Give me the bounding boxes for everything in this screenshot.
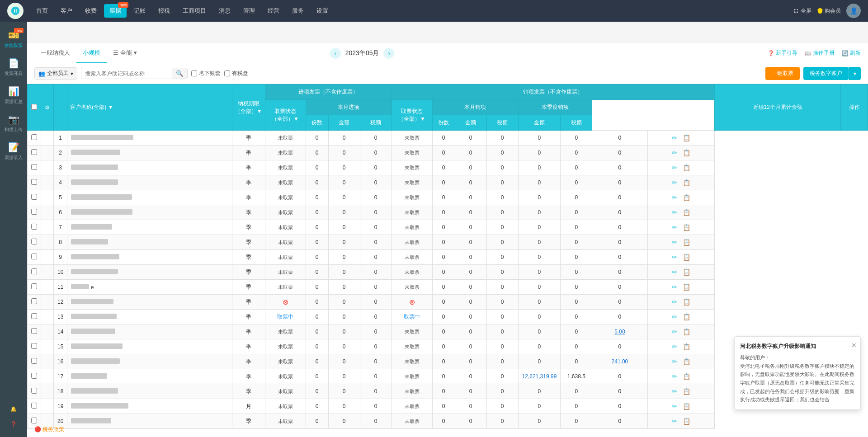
nav-messages[interactable]: 消息 — [213, 4, 236, 18]
notification-close-btn[interactable]: ✕ — [851, 340, 857, 350]
copy-btn[interactable]: 📋 — [681, 372, 692, 381]
tax-policy-link[interactable]: 🔴 税务政策 — [34, 426, 64, 433]
td-checkbox[interactable] — [28, 175, 41, 190]
row-checkbox[interactable] — [31, 418, 37, 423]
copy-btn[interactable]: 📋 — [681, 238, 692, 247]
refresh-btn[interactable]: 🔄 刷新 — [842, 49, 861, 57]
nav-invoices[interactable]: 票据 new — [104, 4, 127, 18]
td-checkbox[interactable] — [28, 131, 41, 146]
rolling12-value[interactable]: 241.00 — [612, 358, 628, 365]
copy-btn[interactable]: 📋 — [681, 253, 692, 262]
edit-btn[interactable]: ✏ — [670, 208, 679, 217]
edit-btn[interactable]: ✏ — [670, 148, 679, 157]
copy-btn[interactable]: 📋 — [681, 223, 692, 232]
search-button[interactable]: 🔍 — [172, 68, 187, 79]
next-month-btn[interactable]: › — [383, 48, 394, 59]
edit-btn[interactable]: ✏ — [670, 268, 679, 277]
row-checkbox[interactable] — [31, 134, 37, 140]
nav-operations[interactable]: 经营 — [262, 4, 285, 18]
settings-icon[interactable]: ⚙ — [45, 104, 50, 111]
edit-btn[interactable]: ✏ — [670, 312, 679, 321]
nav-service[interactable]: 服务 — [287, 4, 309, 18]
edit-btn[interactable]: ✏ — [670, 163, 679, 172]
user-avatar[interactable]: 👤 — [846, 4, 861, 18]
td-checkbox[interactable] — [28, 295, 41, 310]
edit-btn[interactable]: ✏ — [670, 133, 679, 142]
td-checkbox[interactable] — [28, 205, 41, 220]
row-checkbox[interactable] — [31, 179, 37, 185]
th-tax-period[interactable]: 纳税期限（全部）▼ — [232, 85, 265, 131]
td-checkbox[interactable] — [28, 235, 41, 250]
nav-accounting[interactable]: 记账 — [128, 4, 151, 18]
edit-btn[interactable]: ✏ — [670, 402, 679, 411]
sidebar-item-invoice-entry[interactable]: 📝 票据录入 — [0, 137, 27, 165]
nav-management[interactable]: 管理 — [238, 4, 260, 18]
sidebar-item-invoice-issue[interactable]: 📄 发票开具 — [0, 53, 27, 81]
copy-btn[interactable]: 📋 — [681, 178, 692, 187]
nav-home[interactable]: 首页 — [31, 4, 53, 18]
copy-btn[interactable]: 📋 — [681, 387, 692, 396]
copy-btn[interactable]: 📋 — [681, 163, 692, 172]
td-checkbox[interactable] — [28, 310, 41, 324]
copy-btn[interactable]: 📋 — [681, 208, 692, 217]
row-checkbox[interactable] — [31, 358, 37, 364]
edit-btn[interactable]: ✏ — [670, 372, 679, 381]
edit-btn[interactable]: ✏ — [670, 253, 679, 262]
tax-digital-account-dropdown-btn[interactable]: ▾ — [849, 67, 861, 80]
row-checkbox[interactable] — [31, 268, 37, 274]
edit-btn[interactable]: ✏ — [670, 387, 679, 396]
copy-btn[interactable]: 📋 — [681, 268, 692, 277]
row-checkbox[interactable] — [31, 298, 37, 304]
td-checkbox[interactable] — [28, 265, 41, 280]
td-checkbox[interactable] — [28, 324, 41, 339]
row-checkbox[interactable] — [31, 254, 37, 259]
tab-all-type[interactable]: ☰ 全能 ▾ — [107, 43, 143, 63]
td-checkbox[interactable] — [28, 384, 41, 399]
td-checkbox[interactable] — [28, 190, 41, 205]
edit-btn[interactable]: ✏ — [670, 178, 679, 187]
row-checkbox[interactable] — [31, 149, 37, 155]
edit-btn[interactable]: ✏ — [670, 238, 679, 247]
copy-btn[interactable]: 📋 — [681, 312, 692, 321]
edit-btn[interactable]: ✏ — [670, 282, 679, 291]
row-checkbox[interactable] — [31, 194, 37, 200]
copy-btn[interactable]: 📋 — [681, 342, 692, 351]
sidebar-help[interactable]: ❓ — [9, 417, 19, 432]
copy-btn[interactable]: 📋 — [681, 417, 692, 426]
row-checkbox[interactable] — [31, 224, 37, 230]
tax-digital-account-btn[interactable]: 税务数字账户 — [803, 67, 849, 80]
search-input[interactable] — [81, 69, 172, 79]
nav-settings[interactable]: 设置 — [311, 4, 334, 18]
row-checkbox[interactable] — [31, 343, 37, 349]
copy-btn[interactable]: 📋 — [681, 402, 692, 411]
my-accounts-checkbox[interactable] — [191, 70, 197, 76]
th-output-status[interactable]: 取票状态（全部）▼ — [392, 100, 432, 131]
nav-clients[interactable]: 客户 — [55, 4, 78, 18]
td-checkbox[interactable] — [28, 160, 41, 175]
th-client-name[interactable]: 客户名称(全部) ▼ — [67, 85, 232, 131]
copy-btn[interactable]: 📋 — [681, 193, 692, 202]
edit-btn[interactable]: ✏ — [670, 342, 679, 351]
sidebar-item-invoice-summary[interactable]: 📊 票据汇总 — [0, 81, 27, 109]
new-guide-btn[interactable]: ❓ 新手引导 — [768, 49, 797, 57]
td-checkbox[interactable] — [28, 146, 41, 160]
row-checkbox[interactable] — [31, 283, 37, 289]
copy-btn[interactable]: 📋 — [681, 357, 692, 366]
td-checkbox[interactable] — [28, 280, 41, 295]
th-input-status[interactable]: 取票状态（全部）▼ — [265, 100, 306, 131]
row-checkbox[interactable] — [31, 209, 37, 215]
manual-btn[interactable]: 📖 操作手册 — [805, 49, 835, 57]
edit-btn[interactable]: ✏ — [670, 223, 679, 232]
row-checkbox[interactable] — [31, 388, 37, 394]
nav-business[interactable]: 工商项目 — [177, 4, 212, 18]
sidebar-item-smart-ticket[interactable]: 🎫 智能取票 new — [0, 25, 27, 53]
copy-btn[interactable]: 📋 — [681, 133, 692, 142]
select-all-checkbox[interactable] — [31, 104, 37, 110]
edit-btn[interactable]: ✏ — [670, 357, 679, 366]
row-checkbox[interactable] — [31, 373, 37, 379]
td-checkbox[interactable] — [28, 369, 41, 384]
edit-btn[interactable]: ✏ — [670, 193, 679, 202]
has-tax-disk-checkbox[interactable] — [224, 70, 230, 76]
nav-fees[interactable]: 收费 — [80, 4, 102, 18]
member-btn[interactable]: 购会员 — [817, 7, 841, 15]
